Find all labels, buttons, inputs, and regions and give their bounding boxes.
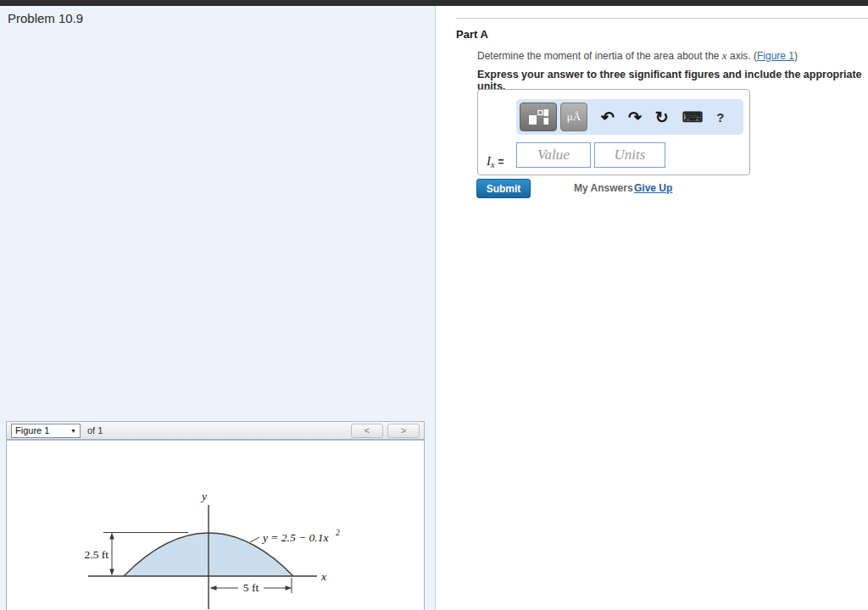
x-axis-label: x xyxy=(320,570,326,583)
content-panel: Part A Determine the moment of inertia o… xyxy=(437,6,868,610)
problem-title: Problem 10.9 xyxy=(8,11,83,25)
figure-select-value: Figure 1 xyxy=(15,425,49,435)
redo-icon[interactable]: ↷ xyxy=(628,109,642,125)
next-figure-button[interactable]: > xyxy=(387,424,420,438)
equation-toolbar: μÅ ↶ ↷ ↻ ⌨ ? xyxy=(516,99,743,135)
divider xyxy=(456,18,868,19)
width-label: 5 ft xyxy=(243,581,259,594)
question-text: Determine the moment of inertia of the a… xyxy=(477,49,798,63)
help-icon[interactable]: ? xyxy=(716,111,724,124)
arrowhead-up-icon xyxy=(109,533,114,540)
curve-equation: y = 2.5 − 0.1x xyxy=(261,531,328,544)
arrowhead-left-icon xyxy=(210,585,217,591)
units-input[interactable] xyxy=(594,142,665,168)
my-answers-label: My Answers xyxy=(574,182,633,194)
chevron-down-icon: ▼ xyxy=(70,428,76,434)
arrowhead-right-icon xyxy=(286,585,292,591)
reset-icon[interactable]: ↻ xyxy=(655,109,669,125)
question-prefix: Determine the moment of inertia of the a… xyxy=(477,50,722,62)
template-button[interactable] xyxy=(520,103,557,131)
figure-svg: y x 2.5 ft 5 ft y = 2.5 − 0.1x 2 xyxy=(7,441,424,609)
height-label: 2.5 ft xyxy=(85,548,109,561)
figure-select[interactable]: Figure 1 ▼ xyxy=(11,424,81,438)
undo-icon[interactable]: ↶ xyxy=(601,109,615,125)
figure-toolbar: Figure 1 ▼ of 1 < > xyxy=(6,421,425,440)
question-suffix: ) xyxy=(794,50,798,62)
exponent-template-icon xyxy=(527,108,549,126)
answer-variable-label: Ix= xyxy=(487,153,504,169)
curve-equation-exponent: 2 xyxy=(336,529,340,537)
units-button[interactable]: μÅ xyxy=(560,103,587,131)
part-a-heading: Part A xyxy=(456,28,488,41)
y-axis-label: y xyxy=(200,490,207,502)
question-mid: axis. ( xyxy=(727,50,757,62)
problem-panel: Problem 10.9 Figure 1 ▼ of 1 < > y x xyxy=(0,6,436,610)
chevron-left-icon: < xyxy=(364,425,370,435)
figure-count: of 1 xyxy=(87,425,103,435)
submit-button[interactable]: Submit xyxy=(476,179,531,198)
chevron-right-icon: > xyxy=(401,425,406,435)
figure-link[interactable]: Figure 1 xyxy=(757,50,794,62)
value-input[interactable] xyxy=(516,142,591,168)
var-subscript-x: x xyxy=(491,160,494,169)
equals-sign: = xyxy=(498,156,504,168)
prev-figure-button[interactable]: < xyxy=(351,424,383,438)
top-bar xyxy=(0,0,868,6)
give-up-link[interactable]: Give Up xyxy=(634,182,672,194)
arrowhead-down-icon xyxy=(109,569,114,576)
answer-box: μÅ ↶ ↷ ↻ ⌨ ? Ix= xyxy=(477,89,750,175)
figure-canvas: y x 2.5 ft 5 ft y = 2.5 − 0.1x 2 xyxy=(6,440,425,610)
screen: Problem 10.9 Figure 1 ▼ of 1 < > y x xyxy=(0,0,868,610)
keyboard-icon[interactable]: ⌨ xyxy=(682,110,704,125)
leader-line xyxy=(250,537,259,542)
